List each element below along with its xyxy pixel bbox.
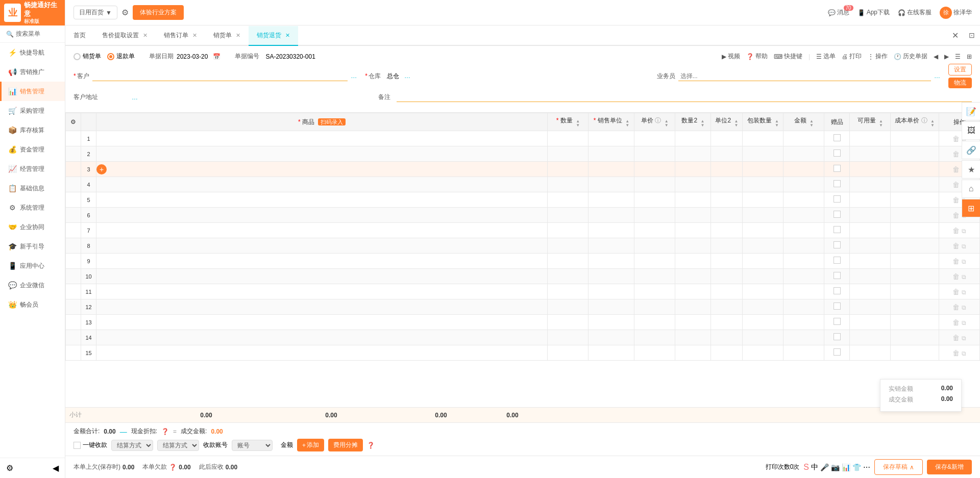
pkgqty-cell-12[interactable] xyxy=(743,299,783,315)
uprice-cell-4[interactable] xyxy=(634,177,675,192)
qty-cell-3[interactable] xyxy=(548,162,589,177)
avail-cell-11[interactable] xyxy=(850,284,891,299)
unit2-cell-11[interactable] xyxy=(711,284,743,299)
unit-cell-10[interactable] xyxy=(589,269,634,284)
th-settings[interactable]: ⚙ xyxy=(66,113,81,131)
avail-cell-4[interactable] xyxy=(850,177,891,192)
qty-cell-11[interactable] xyxy=(548,284,589,299)
pkgqty-cell-6[interactable] xyxy=(743,208,783,223)
qty2-cell-8[interactable] xyxy=(675,238,711,254)
pkgqty-cell-4[interactable] xyxy=(743,177,783,192)
pkgqty-cell-1[interactable] xyxy=(743,131,783,146)
nav-next[interactable]: ▶ xyxy=(944,53,949,60)
uprice-cell-12[interactable] xyxy=(634,299,675,315)
gift-cell-4[interactable] xyxy=(824,177,850,192)
settings-btn[interactable]: 设置 xyxy=(948,64,972,76)
sidebar-item-enterprise[interactable]: 🤝 企业协同 xyxy=(0,217,65,237)
sidebar-item-enterprise-wechat[interactable]: 💬 企业微信 xyxy=(0,275,65,295)
radio-return[interactable]: 退款单 xyxy=(107,52,135,61)
delete-btn-10[interactable]: 🗑 xyxy=(952,272,960,281)
qty-cell-15[interactable] xyxy=(548,345,589,361)
search-menu[interactable]: 🔍 搜索菜单 xyxy=(0,26,65,43)
gift-cell-12[interactable] xyxy=(824,299,850,315)
avail-cell-1[interactable] xyxy=(850,131,891,146)
sidebar-item-new-guide[interactable]: 🎓 新手引导 xyxy=(0,237,65,256)
checkbox[interactable] xyxy=(74,442,81,449)
uprice-cell-1[interactable] xyxy=(634,131,675,146)
amount-cell-10[interactable] xyxy=(783,269,824,284)
unit-cell-7[interactable] xyxy=(589,223,634,238)
qty2-cell-11[interactable] xyxy=(675,284,711,299)
payment-method-select[interactable]: 结算方式 xyxy=(111,440,153,451)
copy-btn-14[interactable]: ⧉ xyxy=(962,335,966,342)
tab-sales-return[interactable]: 销货退货 ✕ xyxy=(249,26,298,46)
product-cell-3[interactable]: + xyxy=(96,162,548,177)
delete-btn-6[interactable]: 🗑 xyxy=(952,211,960,219)
app-download-btn[interactable]: 📱 App下载 xyxy=(857,8,890,17)
uprice-cell-11[interactable] xyxy=(634,284,675,299)
unit2-cell-8[interactable] xyxy=(711,238,743,254)
qty-cell-12[interactable] xyxy=(548,299,589,315)
gift-checkbox-11[interactable] xyxy=(834,287,841,294)
avail-cell-5[interactable] xyxy=(850,192,891,208)
im-icon-6[interactable]: 👕 xyxy=(852,463,861,471)
customer-dots[interactable]: … xyxy=(351,72,357,80)
cost-cell-6[interactable] xyxy=(891,208,939,223)
gift-checkbox-2[interactable] xyxy=(834,149,841,157)
product-cell-12[interactable] xyxy=(96,299,548,315)
tab-sales-delivery-close[interactable]: ✕ xyxy=(236,32,240,39)
gift-checkbox-13[interactable] xyxy=(834,318,841,325)
unit-cell-15[interactable] xyxy=(589,345,634,361)
help-btn[interactable]: ❓ 帮助 xyxy=(746,52,768,61)
gift-cell-8[interactable] xyxy=(824,238,850,254)
experience-btn[interactable]: 体验行业方案 xyxy=(133,5,184,20)
select-order-btn[interactable]: ☰ 选单 xyxy=(816,52,836,61)
amount-cell-14[interactable] xyxy=(783,330,824,345)
th-quantity2[interactable]: 数量2 ▲▼ xyxy=(675,113,711,131)
product-cell-1[interactable] xyxy=(96,131,548,146)
gift-checkbox-1[interactable] xyxy=(834,134,841,141)
qty-cell-10[interactable] xyxy=(548,269,589,284)
unit2-cell-4[interactable] xyxy=(711,177,743,192)
im-icon-3[interactable]: 🎤 xyxy=(820,463,829,471)
qty2-cell-13[interactable] xyxy=(675,315,711,330)
unit2-cell-13[interactable] xyxy=(711,315,743,330)
cost-cell-9[interactable] xyxy=(891,254,939,269)
question-icon[interactable]: ❓ xyxy=(161,428,169,435)
qty-cell-8[interactable] xyxy=(548,238,589,254)
uprice-cell-5[interactable] xyxy=(634,192,675,208)
video-btn[interactable]: ▶ 视频 xyxy=(722,52,740,61)
gift-checkbox-15[interactable] xyxy=(834,348,841,356)
qty-cell-5[interactable] xyxy=(548,192,589,208)
unit2-cell-15[interactable] xyxy=(711,345,743,361)
cost-cell-13[interactable] xyxy=(891,315,939,330)
qty2-cell-1[interactable] xyxy=(675,131,711,146)
account-select[interactable]: 账号 xyxy=(232,440,273,451)
cost-cell-4[interactable] xyxy=(891,177,939,192)
gift-cell-15[interactable] xyxy=(824,345,850,361)
amount-cell-8[interactable] xyxy=(783,238,824,254)
uprice-cell-9[interactable] xyxy=(634,254,675,269)
product-cell-14[interactable] xyxy=(96,330,548,345)
delete-btn-12[interactable]: 🗑 xyxy=(952,303,960,311)
qty2-cell-4[interactable] xyxy=(675,177,711,192)
qty2-cell-9[interactable] xyxy=(675,254,711,269)
cost-cell-14[interactable] xyxy=(891,330,939,345)
copy-btn-9[interactable]: ⧉ xyxy=(962,258,966,265)
product-cell-10[interactable] xyxy=(96,269,548,284)
th-cost-price[interactable]: 成本单价 ⓘ ▲▼ xyxy=(891,113,939,131)
unit-cell-14[interactable] xyxy=(589,330,634,345)
calculation-method-select[interactable]: 结算方式 xyxy=(157,440,199,451)
one-click-pay-checkbox[interactable]: 一键收款 xyxy=(74,441,107,449)
amount-cell-7[interactable] xyxy=(783,223,824,238)
cost-cell-3[interactable] xyxy=(891,162,939,177)
gift-cell-5[interactable] xyxy=(824,192,850,208)
im-icon-2[interactable]: 中 xyxy=(811,463,818,472)
gift-cell-10[interactable] xyxy=(824,269,850,284)
tab-sales-delivery[interactable]: 销货单 ✕ xyxy=(205,26,249,46)
staff-input[interactable] xyxy=(678,71,931,81)
amount-cell-6[interactable] xyxy=(783,208,824,223)
pkgqty-cell-15[interactable] xyxy=(743,345,783,361)
tab-sales-return-close[interactable]: ✕ xyxy=(285,32,290,39)
pkgqty-cell-8[interactable] xyxy=(743,238,783,254)
